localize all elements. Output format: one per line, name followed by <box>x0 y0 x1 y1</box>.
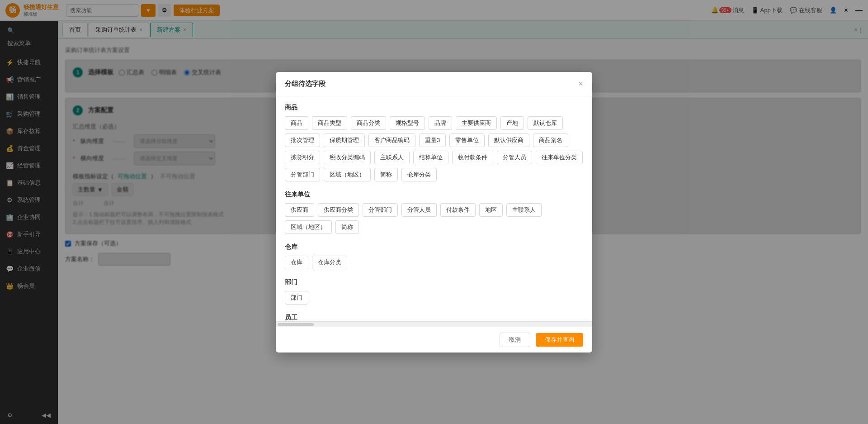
field-btn-规格型号[interactable]: 规格型号 <box>390 116 425 130</box>
field-btn-地区[interactable]: 地区 <box>479 203 503 217</box>
modal-body: 商品商品商品类型商品分类规格型号品牌主要供应商产地默认仓库批次管理保质期管理客户… <box>276 96 592 321</box>
field-btn-结算单位[interactable]: 结算单位 <box>413 151 448 164</box>
field-btn-税收分类编码[interactable]: 税收分类编码 <box>324 151 371 164</box>
field-btn-分管部门[interactable]: 分管部门 <box>285 168 320 181</box>
field-btn-主联系人[interactable]: 主联系人 <box>506 203 542 217</box>
field-btn-仓库分类[interactable]: 仓库分类 <box>312 256 347 269</box>
modal-title: 分组待选字段 <box>285 80 326 88</box>
modal-dialog: 分组待选字段 × 商品商品商品类型商品分类规格型号品牌主要供应商产地默认仓库批次… <box>276 72 592 353</box>
section-title-product: 商品 <box>285 104 583 112</box>
field-btn-默认仓库[interactable]: 默认仓库 <box>528 116 563 130</box>
field-btn-商品[interactable]: 商品 <box>285 116 308 130</box>
field-btn-仓库分类[interactable]: 仓库分类 <box>401 168 437 181</box>
field-btn-主要供应商[interactable]: 主要供应商 <box>456 116 497 130</box>
field-section-product: 商品商品商品类型商品分类规格型号品牌主要供应商产地默认仓库批次管理保质期管理客户… <box>285 104 583 181</box>
field-btn-分管部门[interactable]: 分管部门 <box>363 203 398 217</box>
field-btn-分管人员[interactable]: 分管人员 <box>401 203 437 217</box>
field-btn-供应商[interactable]: 供应商 <box>285 203 314 217</box>
field-btn-品牌[interactable]: 品牌 <box>429 116 452 130</box>
field-btn-区域（地区）[interactable]: 区域（地区） <box>285 220 332 234</box>
field-btn-部门[interactable]: 部门 <box>285 291 308 305</box>
field-btn-拣货积分[interactable]: 拣货积分 <box>285 151 320 164</box>
section-title-warehouse: 仓库 <box>285 243 583 251</box>
field-btn-简称[interactable]: 简称 <box>374 168 398 181</box>
field-btn-重量3[interactable]: 重量3 <box>419 133 446 147</box>
field-btn-分管人员[interactable]: 分管人员 <box>497 151 532 164</box>
field-btn-批次管理[interactable]: 批次管理 <box>285 133 320 147</box>
field-btn-主联系人[interactable]: 主联系人 <box>374 151 410 164</box>
section-title-employee: 员工 <box>285 314 583 321</box>
section-title-department: 部门 <box>285 278 583 286</box>
field-btn-商品类型[interactable]: 商品类型 <box>312 116 347 130</box>
field-btn-商品分类[interactable]: 商品分类 <box>351 116 386 130</box>
field-btn-默认供应商[interactable]: 默认供应商 <box>488 133 529 147</box>
field-btn-产地[interactable]: 产地 <box>500 116 524 130</box>
field-btn-客户商品编码[interactable]: 客户商品编码 <box>368 133 415 147</box>
field-btn-往来单位分类[interactable]: 往来单位分类 <box>536 151 583 164</box>
section-title-partner: 往来单位 <box>285 191 583 199</box>
fields-grid-partner: 供应商供应商分类分管部门分管人员付款条件地区主联系人区域（地区）简称 <box>285 203 583 234</box>
cancel-button[interactable]: 取消 <box>500 333 530 347</box>
field-section-warehouse: 仓库仓库仓库分类 <box>285 243 583 269</box>
field-section-employee: 员工业务员 <box>285 314 583 321</box>
fields-grid-warehouse: 仓库仓库分类 <box>285 256 583 269</box>
field-btn-收付款条件[interactable]: 收付款条件 <box>452 151 493 164</box>
field-btn-供应商分类[interactable]: 供应商分类 <box>318 203 359 217</box>
modal-header: 分组待选字段 × <box>276 72 592 96</box>
modal-close-button[interactable]: × <box>578 79 583 89</box>
field-btn-仓库[interactable]: 仓库 <box>285 256 308 269</box>
field-btn-商品别名[interactable]: 商品别名 <box>533 133 568 147</box>
modal-hscroll[interactable] <box>276 321 592 327</box>
field-section-department: 部门部门 <box>285 278 583 305</box>
field-btn-简称[interactable]: 简称 <box>335 220 359 234</box>
modal-overlay: 分组待选字段 × 商品商品商品类型商品分类规格型号品牌主要供应商产地默认仓库批次… <box>0 0 868 424</box>
field-btn-零售单位[interactable]: 零售单位 <box>449 133 485 147</box>
field-btn-付款条件[interactable]: 付款条件 <box>440 203 476 217</box>
field-btn-保质期管理[interactable]: 保质期管理 <box>324 133 365 147</box>
fields-grid-product: 商品商品类型商品分类规格型号品牌主要供应商产地默认仓库批次管理保质期管理客户商品… <box>285 116 583 181</box>
field-section-partner: 往来单位供应商供应商分类分管部门分管人员付款条件地区主联系人区域（地区）简称 <box>285 191 583 234</box>
modal-footer: 取消 保存并查询 <box>276 327 592 353</box>
fields-grid-department: 部门 <box>285 291 583 305</box>
field-btn-区域（地区）[interactable]: 区域（地区） <box>324 168 371 181</box>
save-and-query-button[interactable]: 保存并查询 <box>536 333 583 347</box>
